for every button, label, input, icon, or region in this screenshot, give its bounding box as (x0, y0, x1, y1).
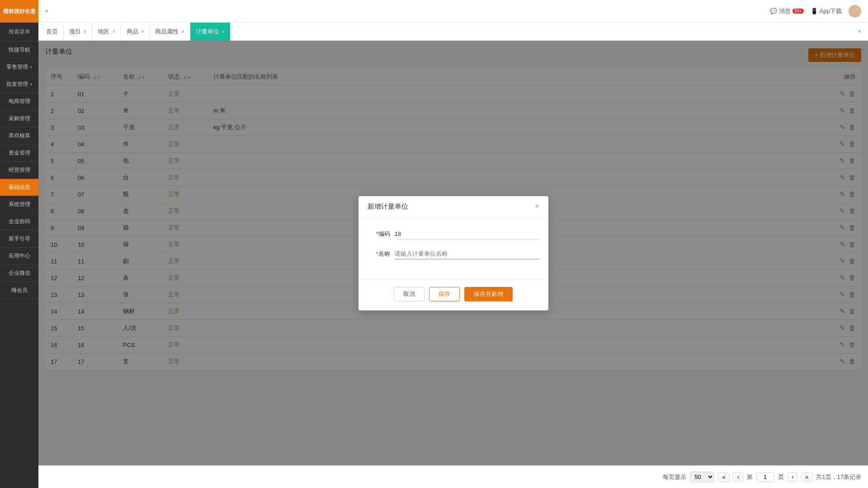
tab-region[interactable]: 地区 × (92, 23, 121, 41)
page-size-label: 每页显示 (663, 473, 686, 481)
name-form-row: *名称 (368, 249, 539, 259)
code-input[interactable] (395, 229, 539, 239)
page-label: 第 (747, 473, 753, 481)
logo-text: 橙林渡好生意 (3, 8, 36, 14)
sidebar-item-finance[interactable]: 资金管理 (0, 145, 38, 162)
sidebar-item-system[interactable]: 系统管理 (0, 196, 38, 213)
page-suffix: 页 (778, 473, 784, 481)
tab-home[interactable]: 首页 (41, 23, 64, 41)
next-page-button[interactable]: › (788, 472, 797, 482)
sidebar-item-inventory[interactable]: 库存核算 (0, 127, 38, 145)
cancel-button[interactable]: 取消 (394, 287, 425, 301)
pagination-bar: 每页显示 50 10 20 100 « ‹ 第 页 › » 共1页，17条记录 (38, 465, 868, 488)
tab-goods[interactable]: 商品 × (121, 23, 150, 41)
name-label: *名称 (368, 250, 395, 258)
sidebar-item-purchase[interactable]: 采购管理 (0, 110, 38, 127)
sidebar-item-member[interactable]: 嗨会员 (0, 282, 38, 299)
tabs-bar: 首页 项目 × 地区 × 商品 × 商品属性 × 计量单位 × × (38, 23, 868, 41)
sidebar-item-partner[interactable]: 企业协同 (0, 213, 38, 230)
modal-header: 新增计量单位 × (359, 196, 548, 218)
sidebar-search-section: 搜索菜单 (0, 23, 38, 42)
sidebar-item-quicknav[interactable]: 快捷导航 (0, 42, 38, 59)
page-size-select[interactable]: 50 10 20 100 (690, 472, 714, 482)
tab-attributes[interactable]: 商品属性 × (150, 23, 190, 41)
add-unit-modal: 新增计量单位 × *编码 *名称 (359, 196, 548, 310)
avatar[interactable] (849, 5, 861, 18)
prev-page-button[interactable]: ‹ (733, 472, 743, 482)
message-icon: 💬 (770, 8, 777, 14)
sidebar-item-wholesale[interactable]: 批发管理 ▾ (0, 76, 38, 93)
sidebar-item-ecommerce[interactable]: 电商管理 (0, 93, 38, 110)
total-text: 共1页，17条记录 (816, 473, 861, 481)
mobile-icon: 📱 (811, 8, 818, 14)
main-area: ▾ 💬 消息 99+ 📱 App下载 首页 项目 × 地区 × (38, 0, 868, 488)
sidebar-item-guide[interactable]: 新手引导 (0, 230, 38, 248)
sidebar-item-appcenter[interactable]: 应用中心 (0, 248, 38, 265)
tab-unit[interactable]: 计量单位 × (190, 23, 231, 41)
top-header: ▾ 💬 消息 99+ 📱 App下载 (38, 0, 868, 23)
save-and-new-button[interactable]: 保存并新增 (464, 287, 513, 301)
sidebar-item-retail[interactable]: 零售管理 ▾ (0, 59, 38, 76)
first-page-button[interactable]: « (718, 472, 729, 482)
sidebar-item-basic[interactable]: 基础信息 (0, 179, 38, 196)
search-menu-button[interactable]: 搜索菜单 (4, 26, 35, 38)
header-left: ▾ (45, 8, 48, 14)
chevron-down-icon: ▾ (29, 82, 33, 87)
chevron-down-icon: ▾ (29, 65, 33, 70)
modal-body: *编码 *名称 (359, 218, 548, 279)
app-download-button[interactable]: 📱 App下载 (811, 7, 842, 15)
code-form-row: *编码 (368, 229, 539, 239)
chevron-down-icon: ▾ (45, 8, 48, 14)
tab-close-region[interactable]: × (112, 29, 115, 34)
message-badge: 99+ (793, 9, 804, 14)
name-input[interactable] (395, 249, 539, 259)
page-number-input[interactable] (756, 472, 774, 482)
header-right: 💬 消息 99+ 📱 App下载 (770, 5, 861, 18)
tab-close-attributes[interactable]: × (181, 29, 184, 34)
tab-close-project[interactable]: × (84, 29, 86, 34)
close-all-tabs-button[interactable]: × (853, 28, 866, 35)
tab-close-unit[interactable]: × (222, 29, 225, 34)
code-label: *编码 (368, 230, 395, 238)
modal-footer: 取消 保存 保存并新增 (359, 279, 548, 310)
tab-close-goods[interactable]: × (141, 29, 144, 34)
last-page-button[interactable]: » (801, 472, 812, 482)
sidebar: 橙林渡好生意 搜索菜单 快捷导航 零售管理 ▾ 批发管理 ▾ 电商管理 采购管理… (0, 0, 38, 488)
tab-project[interactable]: 项目 × (64, 23, 92, 41)
modal-overlay: 新增计量单位 × *编码 *名称 (38, 41, 868, 465)
sidebar-logo: 橙林渡好生意 (0, 0, 38, 23)
modal-close-button[interactable]: × (535, 202, 539, 211)
sidebar-item-enterprise[interactable]: 企业微信 (0, 265, 38, 282)
page-content: 计量单位 + 新增计量单位 序号 编码 ▲▼ 名称 ▲▼ (38, 41, 868, 465)
save-button[interactable]: 保存 (429, 287, 460, 301)
sidebar-item-operation[interactable]: 经营管理 (0, 162, 38, 179)
message-button[interactable]: 💬 消息 99+ (770, 7, 804, 15)
modal-title: 新增计量单位 (368, 202, 408, 211)
